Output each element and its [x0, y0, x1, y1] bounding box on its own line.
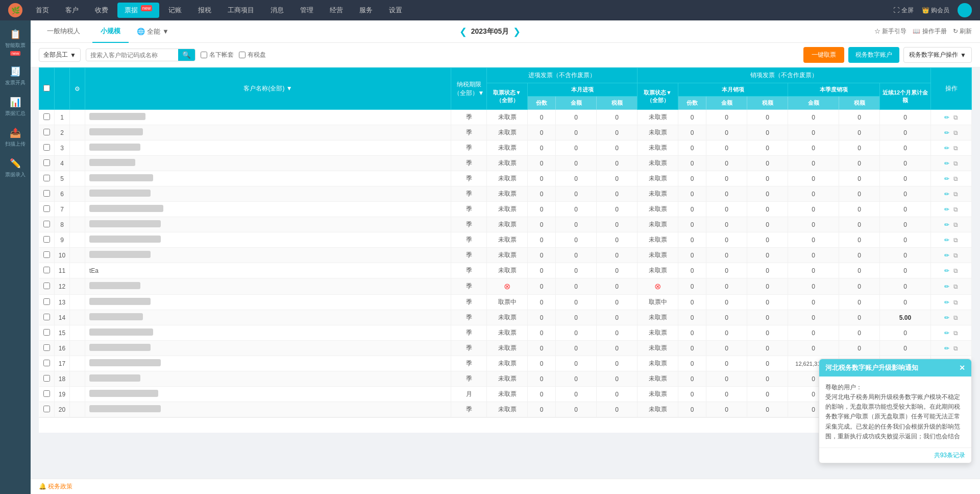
tax-digital-account-button[interactable]: 税务数字账户 [848, 47, 899, 63]
row-checkbox[interactable] [39, 263, 55, 278]
row-checkbox[interactable] [39, 217, 55, 232]
row-select[interactable] [43, 205, 50, 212]
new-guide-link[interactable]: ☆ 新手引导 [874, 27, 906, 36]
th-outcome-ticket-status[interactable]: 取票状态▼（全部） [638, 83, 678, 110]
sidebar-item-ticket-entry[interactable]: ✏️ 票据录入 [1, 154, 30, 182]
row-checkbox[interactable] [39, 248, 55, 263]
under-accounts-input[interactable] [201, 52, 207, 58]
sidebar-item-ticket-summary[interactable]: 📊 票据汇总 [1, 92, 30, 121]
nav-messages[interactable]: 消息 [263, 3, 291, 18]
employee-filter[interactable]: 全部员工 ▼ [39, 48, 81, 62]
has-tax-disk-input[interactable] [239, 52, 246, 58]
copy-button[interactable]: ⧉ [953, 299, 958, 306]
row-select[interactable] [43, 283, 50, 289]
row-select[interactable] [43, 329, 50, 336]
row-select[interactable] [43, 375, 50, 382]
manual-link[interactable]: 📖 操作手册 [913, 27, 946, 36]
records-info[interactable]: 共93条记录 [934, 452, 965, 459]
row-checkbox[interactable] [39, 278, 55, 295]
nav-home[interactable]: 首页 [29, 3, 56, 18]
copy-button[interactable]: ⧉ [953, 314, 958, 321]
nav-services[interactable]: 服务 [352, 3, 380, 18]
row-checkbox[interactable] [39, 371, 55, 387]
row-select[interactable] [43, 314, 50, 320]
nav-management[interactable]: 管理 [293, 3, 321, 18]
next-month-button[interactable]: ❯ [513, 26, 521, 37]
notification-close-button[interactable]: ✕ [959, 364, 965, 372]
row-select[interactable] [43, 298, 50, 305]
edit-button[interactable]: ✏ [944, 345, 949, 352]
row-select[interactable] [43, 159, 50, 166]
edit-button[interactable]: ✏ [944, 237, 949, 244]
edit-button[interactable]: ✏ [944, 206, 949, 213]
edit-button[interactable]: ✏ [944, 299, 949, 306]
copy-button[interactable]: ⧉ [953, 206, 958, 213]
copy-button[interactable]: ⧉ [953, 191, 958, 198]
copy-button[interactable]: ⧉ [953, 175, 958, 182]
edit-button[interactable]: ✏ [944, 283, 949, 290]
edit-button[interactable]: ✏ [944, 314, 949, 321]
th-income-ticket-status[interactable]: 取票状态▼（全部） [487, 83, 528, 110]
customer-search-input[interactable] [86, 50, 178, 61]
th-customer-name[interactable]: 客户名称(全部) ▼ [85, 68, 451, 110]
row-checkbox[interactable] [39, 125, 55, 140]
row-select[interactable] [43, 406, 50, 412]
user-avatar[interactable] [958, 3, 972, 17]
under-accounts-checkbox[interactable]: 名下帐套 [201, 51, 234, 59]
copy-button[interactable]: ⧉ [953, 145, 958, 152]
copy-button[interactable]: ⧉ [953, 345, 958, 352]
nav-customers[interactable]: 客户 [58, 3, 86, 18]
copy-button[interactable]: ⧉ [953, 114, 958, 121]
row-checkbox[interactable] [39, 202, 55, 217]
row-checkbox[interactable] [39, 295, 55, 310]
has-tax-disk-checkbox[interactable]: 有税盘 [239, 51, 266, 59]
copy-button[interactable]: ⧉ [953, 129, 958, 136]
row-checkbox[interactable] [39, 232, 55, 248]
row-select[interactable] [43, 144, 50, 151]
nav-tax[interactable]: 报税 [191, 3, 218, 18]
row-checkbox[interactable] [39, 341, 55, 356]
copy-button[interactable]: ⧉ [953, 252, 958, 259]
row-checkbox[interactable] [39, 140, 55, 156]
edit-button[interactable]: ✏ [944, 221, 949, 228]
select-all-checkbox[interactable] [43, 85, 50, 91]
edit-button[interactable]: ✏ [944, 330, 949, 337]
prev-month-button[interactable]: ❮ [459, 26, 467, 37]
tax-digital-account-ops-button[interactable]: 税务数字账户操作 ▼ [903, 47, 972, 63]
row-select[interactable] [43, 236, 50, 243]
sidebar-item-smart-ticket[interactable]: 📋 智能取票 new [1, 25, 30, 60]
refresh-link[interactable]: ↻ 刷新 [953, 27, 972, 36]
one-click-ticket-button[interactable]: 一键取票 [803, 47, 844, 63]
row-select[interactable] [43, 267, 50, 273]
row-checkbox[interactable] [39, 387, 55, 402]
nav-bookkeeping[interactable]: 记账 [161, 3, 189, 18]
copy-button[interactable]: ⧉ [953, 221, 958, 228]
row-select[interactable] [43, 113, 50, 120]
copy-button[interactable]: ⧉ [953, 160, 958, 167]
sidebar-item-invoice-open[interactable]: 🧾 发票开具 [1, 62, 30, 90]
row-select[interactable] [43, 390, 50, 397]
edit-button[interactable]: ✏ [944, 160, 949, 167]
edit-button[interactable]: ✏ [944, 175, 949, 182]
copy-button[interactable]: ⧉ [953, 267, 958, 274]
edit-button[interactable]: ✏ [944, 191, 949, 198]
tab-general-taxpayer[interactable]: 一般纳税人 [39, 20, 88, 43]
tab-small-scale[interactable]: 小规模 [92, 20, 129, 43]
nav-operations[interactable]: 经营 [323, 3, 350, 18]
row-checkbox[interactable] [39, 171, 55, 186]
copy-button[interactable]: ⧉ [953, 283, 958, 290]
edit-button[interactable]: ✏ [944, 267, 949, 274]
row-checkbox[interactable] [39, 402, 55, 417]
row-select[interactable] [43, 190, 50, 197]
nav-fees[interactable]: 收费 [88, 3, 115, 18]
edit-button[interactable]: ✏ [944, 114, 949, 121]
nav-tickets[interactable]: 票据 new [117, 3, 159, 18]
row-select[interactable] [43, 360, 50, 366]
row-select[interactable] [43, 129, 50, 135]
search-button[interactable]: 🔍 [178, 49, 195, 61]
edit-button[interactable]: ✏ [944, 252, 949, 259]
row-select[interactable] [43, 175, 50, 181]
row-checkbox[interactable] [39, 356, 55, 371]
copy-button[interactable]: ⧉ [953, 330, 958, 337]
row-checkbox[interactable] [39, 186, 55, 202]
